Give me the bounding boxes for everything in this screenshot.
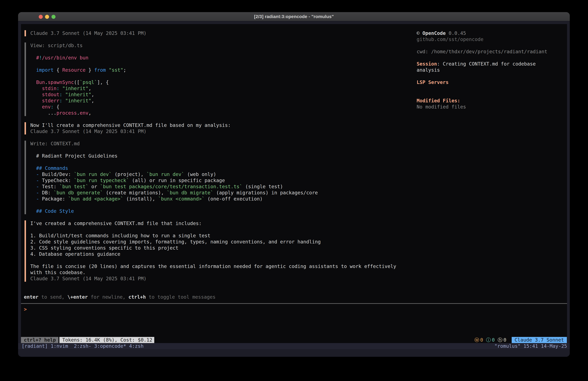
text-segment: Claude 3.7 Sonnet (14 May 2025 03:41 PM) [30, 30, 147, 36]
counter-gap [483, 337, 486, 343]
text-segment: # Radiant Project Guidelines [36, 153, 117, 159]
text-segment: with this codebase. [30, 269, 85, 275]
markdown-h2: ## Code Style [36, 208, 74, 214]
message-meta: Claude 3.7 Sonnet (14 May 2025 03:41 PM) [30, 30, 147, 36]
text-segment: The file is concise (20 lines) and captu… [30, 264, 396, 269]
text-segment: (create migrations), [103, 190, 167, 196]
text-segment: # [36, 55, 39, 61]
text-segment: ctrl+h [128, 294, 146, 300]
tmux-window-1:nvim[interactable]: 1:nvim [51, 343, 74, 349]
text-segment: , [88, 86, 91, 91]
text-segment: (install), [123, 196, 158, 202]
text-segment: : [59, 92, 62, 97]
window-title: [2/3] radiant:3:opencode - "romulus" [18, 12, 570, 21]
markdown-list-item: - Test: `bun test` or `bun test packages… [36, 183, 283, 190]
model-indicator[interactable]: Claude 3.7 Sonnet [512, 337, 567, 343]
text-segment: (one-off execution) [205, 196, 263, 202]
text-segment: - [36, 196, 39, 202]
text-segment: `psql` [80, 79, 97, 85]
tmux-window-2:zsh[interactable]: 2:zsh- [74, 343, 94, 349]
sidebar-cwd: cwd: /home/thdxr/dev/projects/radiant/ra… [417, 49, 547, 55]
text-segment: Build/Dev: [39, 171, 74, 177]
tmux-window-3:opencode[interactable]: 3:opencode* [94, 343, 129, 349]
text-segment: (apply migrations) in packages/core [213, 190, 318, 196]
text-segment: DB: [39, 190, 54, 196]
markdown-list-item: - Package: `bun add <package>` (install)… [36, 196, 263, 202]
warning-count-icon: ⓦ [474, 337, 480, 343]
markdown-list-item: - Build/Dev: `bun run dev` (project), `b… [36, 171, 216, 178]
text-segment: "inherit" [65, 92, 91, 97]
text-segment: Now I'll create a comprehensive CONTEXT.… [30, 122, 231, 128]
text-segment: No modified files [417, 104, 466, 110]
help-hint[interactable]: ctrl+? help [21, 337, 58, 343]
code-line: Bun.spawnSync([`psql`], { [36, 79, 109, 85]
sidebar-session: analysis [417, 67, 440, 73]
markdown-list-item: - TypeCheck: `bun run typecheck` (all) o… [36, 178, 225, 183]
text-segment: > [24, 306, 27, 312]
text-segment: spawnSync [48, 79, 74, 85]
tmux-host-clock: "romulus" 15:41 14-May-25 [494, 343, 567, 349]
text-segment: { [54, 67, 62, 73]
text-segment: Creating CONTEXT.md for codebase [443, 61, 536, 67]
text-segment: - [36, 190, 39, 196]
text-segment: for newline, [88, 294, 128, 300]
text-segment: 0.0.45 [446, 30, 466, 36]
titlebar[interactable]: [2/3] radiant:3:opencode - "romulus" [18, 12, 570, 21]
opencode-pane: ctrl+? help Tokens: 16.4K (8%), Cost: $0… [21, 24, 567, 343]
text-segment: (single test) [242, 184, 283, 189]
tokens-indicator: Tokens: 16.4K (8%), Cost: $0.12 [59, 337, 154, 343]
text-segment: 3. CSS styling conventions specific to t… [30, 245, 178, 251]
code-line: stderr: "inherit", [42, 98, 94, 104]
text-segment: or [88, 184, 100, 189]
text-segment: , [91, 98, 94, 104]
text-segment: `bun test packages/core/test/transaction… [100, 184, 242, 189]
message-meta: Claude 3.7 Sonnet (14 May 2025 03:41 PM) [30, 128, 147, 134]
text-segment: enter [24, 294, 38, 300]
message-list-item: 4. Database operations guidance [30, 251, 120, 257]
text-segment: stdin [42, 86, 57, 91]
message-list-item: 2. Code style guidelines covering import… [30, 239, 321, 245]
text-segment: Session [417, 61, 437, 67]
text-segment: I've created a comprehensive CONTEXT.md … [30, 221, 202, 226]
text-segment [62, 92, 65, 97]
text-segment: Claude 3.7 Sonnet (14 May 2025 03:41 PM) [30, 276, 147, 281]
text-segment: from [94, 67, 106, 73]
text-segment: - [36, 171, 39, 177]
tmux-window-4:zsh[interactable]: 4:zsh [129, 343, 147, 349]
text-segment: OpenCode [422, 30, 446, 36]
editor-keybind-hint: enter to send, \+enter for newline, ctrl… [24, 294, 216, 300]
markdown-list-item: - DB: `bun db generate` (create migratio… [36, 190, 318, 196]
text-segment: ], { [97, 79, 109, 85]
text-segment: Resource [62, 67, 85, 73]
text-segment: } [85, 67, 94, 73]
text-segment: (web only) [184, 171, 216, 177]
warning-count-value: 0 [480, 337, 483, 343]
text-segment: : [51, 104, 54, 110]
text-segment: View: script/db.ts [30, 43, 83, 48]
text-segment: LSP Servers [417, 79, 449, 85]
text-segment: Write: CONTEXT.md [30, 141, 80, 146]
text-segment: `bunx <command>` [158, 196, 205, 202]
terminal-window: [2/3] radiant:3:opencode - "romulus" ctr… [18, 12, 570, 357]
text-segment: 2. Code style guidelines covering import… [30, 239, 321, 245]
message-accent-bar [24, 30, 26, 36]
tool-block-bar [24, 43, 26, 116]
sidebar-lsp-heading: LSP Servers [417, 79, 449, 85]
text-segment: import [36, 67, 54, 73]
text-segment: process [57, 110, 77, 116]
text-segment: to toggle tool messages [146, 294, 216, 300]
text-segment: - [36, 184, 39, 189]
text-segment: github.com/sst/opencode [417, 37, 483, 42]
text-segment: ; [123, 67, 126, 73]
help-hint-label: ctrl+? help [24, 337, 56, 343]
sidebar-modified-heading: Modified Files: [417, 98, 460, 104]
text-segment: Claude 3.7 Sonnet (14 May 2025 03:41 PM) [30, 129, 147, 134]
text-segment: analysis [417, 67, 440, 73]
counter-gap [495, 337, 498, 343]
tokens-label: Tokens: 16.4K (8%), Cost: $0.12 [62, 337, 152, 343]
text-segment: `bun run dev` [74, 171, 112, 177]
text-segment: © [417, 30, 422, 36]
text-segment: : [437, 61, 443, 67]
text-segment: "inherit" [65, 98, 91, 104]
code-line: ...process.env, [48, 110, 91, 116]
